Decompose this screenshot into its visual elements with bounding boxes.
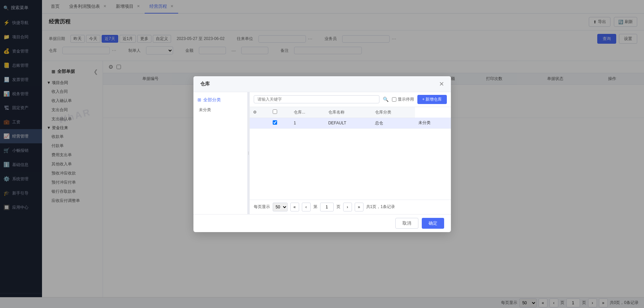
modal-body: ⊞ 全部分类 未分类 | 🔍 显示停用 + 新增仓库: [193, 92, 451, 214]
modal-sidebar: ⊞ 全部分类 未分类: [193, 92, 248, 214]
warehouse-modal: 仓库 ✕ ⊞ 全部分类 未分类 | 🔍 显示停: [193, 76, 451, 232]
modal-sidebar-item-未分类[interactable]: 未分类: [193, 105, 247, 115]
modal-close-btn[interactable]: ✕: [439, 80, 444, 88]
row-gear: [250, 118, 269, 128]
modal-last-btn[interactable]: »: [355, 203, 363, 211]
modal-toolbar: 🔍 显示停用 + 新增仓库: [250, 92, 451, 107]
modal-search-input[interactable]: [254, 95, 380, 103]
modal-show-disabled-checkbox[interactable]: [392, 97, 396, 102]
modal-show-disabled-label[interactable]: 显示停用: [392, 97, 414, 102]
modal-col-3: 仓库名称: [325, 107, 372, 118]
modal-confirm-btn[interactable]: 确定: [422, 218, 444, 229]
modal-col-0: ⚙: [250, 107, 269, 118]
modal-table-row[interactable]: 1 DEFAULT 总仓 未分类: [250, 118, 451, 128]
modal-sidebar-header[interactable]: ⊞ 全部分类: [193, 95, 247, 105]
row-code: DEFAULT: [325, 118, 372, 128]
modal-header: 仓库 ✕: [193, 76, 451, 92]
modal-total-info: 共1页，1条记录: [366, 204, 395, 210]
row-id: 1: [290, 118, 325, 128]
modal-col-4: 仓库分类: [372, 107, 415, 118]
grid-icon-modal: ⊞: [198, 97, 201, 102]
modal-footer: 取消 确定: [193, 214, 451, 232]
modal-next-btn[interactable]: ›: [343, 203, 352, 211]
modal-select-all-checkbox[interactable]: [273, 109, 277, 114]
modal-page-input[interactable]: [320, 203, 334, 211]
modal-first-btn[interactable]: «: [290, 203, 299, 211]
row-name: 总仓: [372, 118, 415, 128]
modal-pagination: 每页显示 50 « ‹ 第 页 › » 共1页，1条记录: [250, 200, 451, 214]
modal-add-btn[interactable]: + 新增仓库: [417, 95, 446, 104]
modal-per-page-select[interactable]: 50: [273, 203, 288, 211]
row-category: 未分类: [415, 118, 451, 128]
modal-main: 🔍 显示停用 + 新增仓库 ⚙仓库...仓库名称仓库分类 1 DEF: [250, 92, 451, 214]
modal-col-1: [269, 107, 290, 118]
modal-title: 仓库: [200, 81, 210, 87]
modal-sidebar-items: 未分类: [193, 105, 247, 115]
modal-cancel-btn[interactable]: 取消: [395, 218, 418, 229]
modal-overlay: 仓库 ✕ ⊞ 全部分类 未分类 | 🔍 显示停: [0, 0, 644, 308]
modal-table-container: ⚙仓库...仓库名称仓库分类 1 DEFAULT 总仓 未分类: [250, 107, 451, 200]
modal-search-btn[interactable]: 🔍: [383, 97, 389, 102]
modal-gear-icon[interactable]: ⚙: [253, 110, 257, 115]
row-checkbox[interactable]: [269, 118, 290, 128]
modal-col-2: 仓库...: [290, 107, 325, 118]
modal-btn-area: 取消 确定: [395, 218, 444, 229]
modal-table: ⚙仓库...仓库名称仓库分类 1 DEFAULT 总仓 未分类: [250, 107, 451, 129]
modal-prev-btn[interactable]: ‹: [302, 203, 311, 211]
